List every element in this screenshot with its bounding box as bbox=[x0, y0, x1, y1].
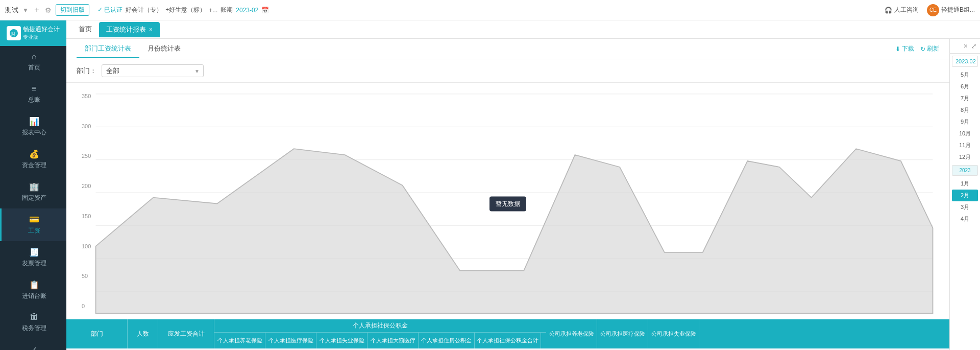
sidebar-icon-发票管理: 🧾 bbox=[29, 247, 39, 257]
bottom-table: 部门 人数 应发工资合计 个人承担社保公积金 个人承担养老保险 个人承担医疗保险… bbox=[66, 319, 949, 350]
switch-mode-button[interactable]: 切到旧版 bbox=[56, 4, 89, 16]
sidebar-item-总账[interactable]: ≡ 总账 bbox=[0, 78, 66, 110]
user-profile[interactable]: CE 轻捷通B组... bbox=[927, 4, 975, 16]
sub-tabs: 部门工资统计表 月份统计表 ⬇ 下载 ↻ 刷新 bbox=[66, 39, 949, 59]
expand-panel-icon[interactable]: ⤢ bbox=[971, 42, 977, 50]
download-icon: ⬇ bbox=[895, 45, 900, 53]
top-header: 测试 ▼ ＋ ⚙ 切到旧版 ✓ 已认证 好会计（专） +好生意（标） +... … bbox=[0, 0, 980, 20]
logo-icon: 财 bbox=[7, 26, 21, 40]
tab-salary-label: 工资统计报表 bbox=[106, 25, 146, 34]
user-name: 轻捷通B组... bbox=[941, 6, 975, 14]
refresh-icon: ↻ bbox=[920, 45, 925, 53]
sidebar-logo: 财 畅捷通好会计 专业版 bbox=[0, 20, 66, 46]
content-area: 首页 工资统计报表 × 部门工资统计表 月份统计表 bbox=[66, 20, 980, 350]
main-page: 部门工资统计表 月份统计表 ⬇ 下载 ↻ 刷新 bbox=[66, 39, 949, 350]
sub-tab-actions: ⬇ 下载 ↻ 刷新 bbox=[895, 44, 939, 53]
tab-home[interactable]: 首页 bbox=[71, 21, 99, 38]
sidebar: 财 畅捷通好会计 专业版 ⌂ 首页 ≡ 总账 📊 报表中心 💰 资金管理 🏢 固… bbox=[0, 20, 66, 350]
col-medical-individual: 个人承担医疗保险 bbox=[265, 333, 316, 348]
sidebar-label-税务管理: 税务管理 bbox=[22, 324, 46, 333]
refresh-btn[interactable]: ↻ 刷新 bbox=[920, 44, 939, 53]
sidebar-label-首页: 首页 bbox=[28, 63, 40, 72]
panel-month-10月[interactable]: 10月 bbox=[950, 128, 980, 139]
panel-month-1月[interactable]: 1月 bbox=[950, 178, 980, 190]
good-biz-tag: +好生意（标） bbox=[165, 6, 206, 14]
sidebar-label-进销台账: 进销台账 bbox=[22, 292, 46, 300]
panel-month-5月[interactable]: 5月 bbox=[950, 69, 980, 81]
panel-month-8月[interactable]: 8月 bbox=[950, 104, 980, 116]
sidebar-label-工资: 工资 bbox=[28, 226, 40, 235]
right-panel: × ⤢ 2023.02 5月6月7月8月9月10月11月12月20231月2月3… bbox=[949, 39, 980, 350]
table-header: 部门 人数 应发工资合计 个人承担社保公积金 个人承担养老保险 个人承担医疗保险… bbox=[66, 319, 949, 348]
sidebar-icon-报表中心: 📊 bbox=[29, 116, 39, 126]
chart-area: 350 300 250 200 150 100 50 0 bbox=[77, 88, 939, 319]
sidebar-item-税务管理[interactable]: 🏛 税务管理 bbox=[0, 307, 66, 339]
sidebar-item-结账[interactable]: ✓ 结账 bbox=[0, 339, 66, 350]
panel-month-7月[interactable]: 7月 bbox=[950, 92, 980, 104]
panel-month-2月[interactable]: 2月 bbox=[952, 190, 978, 201]
col-unemployment-individual: 个人承担失业保险 bbox=[316, 333, 368, 348]
col-major-medical-individual: 个人承担大额医疗 bbox=[368, 333, 419, 348]
tab-home-label: 首页 bbox=[79, 25, 92, 33]
panel-month-4月[interactable]: 4月 bbox=[950, 213, 980, 225]
tab-bar: 首页 工资统计报表 × bbox=[66, 20, 980, 39]
right-panel-header: × ⤢ bbox=[950, 39, 980, 54]
tab-close-icon[interactable]: × bbox=[149, 26, 153, 33]
col-group-individual: 个人承担社保公积金 个人承担养老保险 个人承担医疗保险 个人承担失业保险 个人承… bbox=[214, 319, 546, 348]
panel-month-6月[interactable]: 6月 bbox=[950, 81, 980, 92]
sidebar-item-首页[interactable]: ⌂ 首页 bbox=[0, 46, 66, 78]
sidebar-item-资金管理[interactable]: 💰 资金管理 bbox=[0, 143, 66, 176]
svg-text:财: 财 bbox=[11, 32, 15, 36]
sidebar-item-工资[interactable]: 💳 工资 bbox=[0, 208, 66, 241]
header-dropdown-arrow[interactable]: ▼ bbox=[22, 7, 29, 14]
tab-salary-report[interactable]: 工资统计报表 × bbox=[99, 22, 160, 37]
panel-month-2023[interactable]: 2023 bbox=[952, 165, 978, 176]
sub-tab-monthly[interactable]: 月份统计表 bbox=[139, 40, 189, 58]
col-department: 部门 bbox=[66, 319, 128, 348]
chart-svg bbox=[77, 88, 939, 319]
col-social-total-individual: 个人承担社保公积金合计 bbox=[475, 333, 541, 348]
filter-bar: 部门： 全部 ▼ bbox=[66, 59, 949, 83]
sidebar-item-进销台账[interactable]: 📋 进销台账 bbox=[0, 274, 66, 307]
sidebar-icon-总账: ≡ bbox=[32, 84, 36, 94]
period-value: 2023-02 bbox=[236, 7, 258, 14]
col-housing-fund-individual: 个人承担住房公积金 bbox=[419, 333, 475, 348]
department-select-wrapper[interactable]: 全部 ▼ bbox=[102, 64, 204, 77]
header-gear-btn[interactable]: ⚙ bbox=[45, 6, 52, 14]
sidebar-item-固定资产[interactable]: 🏢 固定资产 bbox=[0, 176, 66, 208]
sidebar-label-资金管理: 资金管理 bbox=[22, 161, 46, 170]
sidebar-icon-工资: 💳 bbox=[29, 215, 39, 224]
panel-month-12月[interactable]: 12月 bbox=[950, 151, 980, 163]
sidebar-item-发票管理[interactable]: 🧾 发票管理 bbox=[0, 241, 66, 274]
col-company-pension: 公司承担养老保险 bbox=[546, 319, 597, 348]
sidebar-icon-结账: ✓ bbox=[31, 345, 37, 350]
sub-tab-department[interactable]: 部门工资统计表 bbox=[77, 40, 139, 58]
certified-tag: ✓ 已认证 bbox=[97, 6, 122, 14]
good-accounting-tag: 好会计（专） bbox=[126, 6, 162, 14]
logo-text: 畅捷通好会计 专业版 bbox=[23, 26, 60, 41]
sidebar-label-发票管理: 发票管理 bbox=[22, 259, 46, 268]
panel-month-9月[interactable]: 9月 bbox=[950, 116, 980, 128]
header-tags: ✓ 已认证 好会计（专） +好生意（标） +... 账期 2023-02 📅 bbox=[97, 6, 269, 14]
sidebar-icon-税务管理: 🏛 bbox=[30, 313, 38, 322]
panel-month-11月[interactable]: 11月 bbox=[950, 139, 980, 151]
y-axis: 350 300 250 200 150 100 50 0 bbox=[82, 93, 91, 309]
sidebar-label-固定资产: 固定资产 bbox=[22, 194, 46, 202]
service-btn[interactable]: 🎧 人工咨询 bbox=[885, 6, 919, 14]
sidebar-label-报表中心: 报表中心 bbox=[22, 128, 46, 137]
download-btn[interactable]: ⬇ 下载 bbox=[895, 44, 914, 53]
sidebar-item-报表中心[interactable]: 📊 报表中心 bbox=[0, 110, 66, 143]
calendar-icon[interactable]: 📅 bbox=[261, 7, 269, 14]
department-select[interactable]: 全部 bbox=[102, 64, 204, 77]
col-total-salary: 应发工资合计 bbox=[158, 319, 214, 348]
col-count: 人数 bbox=[128, 319, 158, 348]
close-panel-icon[interactable]: × bbox=[964, 42, 968, 50]
panel-year[interactable]: 2023.02 bbox=[952, 56, 978, 67]
header-add-btn[interactable]: ＋ bbox=[33, 5, 41, 15]
sidebar-icon-固定资产: 🏢 bbox=[29, 182, 39, 192]
department-filter-label: 部门： bbox=[77, 66, 96, 76]
sidebar-icon-首页: ⌂ bbox=[32, 52, 37, 61]
headphone-icon: 🎧 bbox=[885, 7, 892, 14]
sidebar-icon-进销台账: 📋 bbox=[29, 280, 39, 290]
panel-month-3月[interactable]: 3月 bbox=[950, 201, 980, 213]
